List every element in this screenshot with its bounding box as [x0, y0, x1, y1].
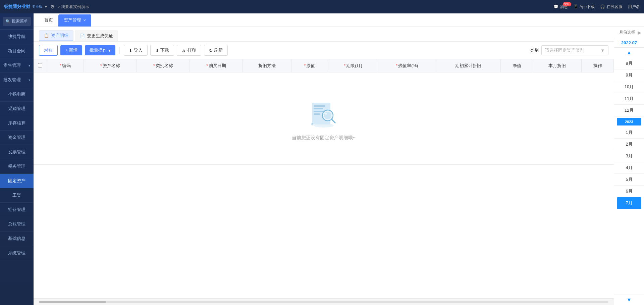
- sidebar-fixed-assets-label: 固定资产: [8, 178, 25, 184]
- month-item-5[interactable]: 5月: [614, 174, 644, 186]
- th-net-value: 净值: [501, 59, 533, 72]
- th-category: *类别名称: [137, 59, 190, 72]
- month-nav-down: ▼: [614, 295, 644, 305]
- sidebar-item-wholesale[interactable]: 批发管理 ▾: [0, 73, 34, 87]
- sidebar-item-quick-nav[interactable]: 快捷导航: [0, 30, 34, 44]
- sidebar-retail-label: 零售管理: [3, 62, 21, 68]
- sidebar-inventory-label: 库存核算: [8, 120, 25, 126]
- tab-assets[interactable]: 资产管理 ✕: [58, 14, 91, 27]
- month-year-display[interactable]: 2022.07: [614, 38, 644, 48]
- year-2023-badge: 2023: [617, 118, 641, 125]
- svg-point-7: [324, 112, 331, 119]
- sidebar-item-inventory[interactable]: 库存核算: [0, 116, 34, 131]
- voucher-gen-icon: 📄: [80, 34, 85, 38]
- month-item-7-current[interactable]: 7月: [617, 197, 641, 209]
- th-name: *资产名称: [84, 59, 137, 72]
- month-item-3[interactable]: 3月: [614, 150, 644, 162]
- month-panel-collapse-button[interactable]: ▶: [638, 30, 641, 35]
- search-menu-button[interactable]: 🔍 搜索菜单: [3, 17, 31, 26]
- tab-close-icon[interactable]: ✕: [83, 18, 86, 22]
- import-button[interactable]: ⬇ 导入: [124, 45, 148, 56]
- th-monthly-depreciation: 本月折旧: [533, 59, 582, 72]
- sidebar-item-operations[interactable]: 经营管理: [0, 203, 34, 217]
- chevron-right-icon-2: ▾: [29, 78, 30, 82]
- download-button[interactable]: ⬇ 下载: [150, 45, 174, 56]
- add-button[interactable]: + 新增: [60, 45, 82, 55]
- sidebar-quick-nav-label: 快捷导航: [8, 34, 25, 40]
- svg-rect-2: [314, 105, 325, 107]
- sidebar-wholesale-label: 批发管理: [3, 77, 21, 83]
- th-accumulated-depreciation: 期初累计折旧: [436, 59, 501, 72]
- refresh-button[interactable]: ↻ 刷新: [204, 45, 228, 56]
- sidebar-item-retail[interactable]: 零售管理 ▾: [0, 58, 34, 73]
- online-service-button[interactable]: 🎧 在线客服: [600, 4, 623, 10]
- category-select[interactable]: 请选择固定资产类别 ▼: [541, 45, 608, 55]
- main-layout: 🔍 搜索菜单 快捷导航 项目合同 零售管理 ▾ 批发管理 ▾ 小畅电商 采购管理…: [0, 13, 644, 305]
- th-operation: 操作: [582, 59, 614, 72]
- month-item-8[interactable]: 8月: [614, 58, 644, 69]
- month-item-2[interactable]: 2月: [614, 139, 644, 150]
- sidebar-item-ecommerce[interactable]: 小畅电商: [0, 87, 34, 102]
- sidebar-finance-label: 资金管理: [8, 135, 25, 141]
- month-item-4[interactable]: 4月: [614, 162, 644, 174]
- print-button[interactable]: 🖨 打印: [177, 45, 201, 56]
- th-checkbox: [34, 59, 47, 72]
- settings-icon[interactable]: ⚙: [50, 4, 55, 9]
- print-icon: 🖨: [182, 48, 186, 53]
- batch-button[interactable]: 批量操作 ▾: [85, 45, 115, 55]
- sidebar-item-system[interactable]: 系统管理: [0, 246, 34, 260]
- month-prev-button[interactable]: ▲: [624, 49, 635, 56]
- sidebar-item-tax[interactable]: 税务管理: [0, 159, 34, 174]
- sidebar-item-basic-info[interactable]: 基础信息: [0, 232, 34, 246]
- demo-link[interactable]: ○ 我要看实例演示: [57, 4, 89, 10]
- th-original-value: *原值: [291, 59, 328, 72]
- month-item-9[interactable]: 9月: [614, 69, 644, 81]
- category-filter: 类别 请选择固定资产类别 ▼: [530, 45, 608, 55]
- horizontal-scrollbar-thumb[interactable]: [39, 301, 106, 303]
- assets-main: 📋 资产明细 📄 变更生成凭证 对账 + 新增: [34, 27, 614, 305]
- th-purchase-date: *购买日期: [190, 59, 243, 72]
- reconcile-button[interactable]: 对账: [39, 45, 58, 56]
- sidebar-item-ledger[interactable]: 总账管理: [0, 217, 34, 232]
- sidebar-item-purchase[interactable]: 采购管理: [0, 102, 34, 116]
- sidebar-item-fixed-assets[interactable]: 固定资产: [0, 174, 34, 188]
- month-item-6[interactable]: 6月: [614, 186, 644, 197]
- user-info[interactable]: 用户名: [628, 4, 640, 10]
- month-item-1[interactable]: 1月: [614, 127, 644, 139]
- refresh-icon: ↻: [209, 48, 213, 53]
- assets-table: *编码 *资产名称 *类别名称 *购买日期 折旧方法 *原值 *期限(月) *残…: [34, 59, 614, 165]
- month-item-11[interactable]: 11月: [614, 93, 644, 105]
- toolbar: 对账 + 新增 批量操作 ▾ ⬇ 导入: [34, 42, 614, 59]
- month-panel-title: 月份选择: [617, 30, 638, 35]
- app-subtitle-text: 专业版: [32, 4, 42, 9]
- top-bar-right: 💬 消息 99+ 📱 App下载 🎧 在线客服 用户名: [553, 4, 640, 10]
- empty-row: 当前您还没有固定资产明细哦~: [34, 72, 614, 165]
- download-icon: ⬇: [155, 48, 159, 53]
- th-period-months: *期限(月): [328, 59, 378, 72]
- toolbar-left: 对账 + 新增 批量操作 ▾ ⬇ 导入: [39, 45, 527, 56]
- sidebar-item-invoice[interactable]: 发票管理: [0, 145, 34, 159]
- tab-home[interactable]: 首页: [39, 14, 58, 27]
- sidebar: 🔍 搜索菜单 快捷导航 项目合同 零售管理 ▾ 批发管理 ▾ 小畅电商 采购管理…: [0, 13, 34, 305]
- sub-tab-asset-detail-label: 资产明细: [51, 33, 68, 39]
- company-dropdown-arrow[interactable]: ▼: [44, 5, 48, 9]
- select-all-checkbox[interactable]: [38, 63, 42, 67]
- app-download-button[interactable]: 📱 App下载: [573, 4, 595, 10]
- message-button[interactable]: 💬 消息 99+: [553, 4, 568, 10]
- sidebar-item-project[interactable]: 项目合同: [0, 44, 34, 58]
- month-next-button[interactable]: ▼: [624, 296, 635, 304]
- month-item-10[interactable]: 10月: [614, 81, 644, 93]
- sidebar-item-finance[interactable]: 资金管理: [0, 131, 34, 145]
- month-panel-header: 月份选择 ▶: [614, 27, 644, 38]
- sidebar-item-salary[interactable]: 工资: [0, 188, 34, 203]
- month-item-12[interactable]: 12月: [614, 105, 644, 116]
- sub-tab-voucher-gen[interactable]: 📄 变更生成凭证: [75, 31, 118, 41]
- bottom-scroll-bar: [34, 298, 614, 305]
- empty-illustration: [304, 96, 344, 130]
- sub-tab-asset-detail[interactable]: 📋 资产明细: [39, 30, 73, 41]
- horizontal-scrollbar-track[interactable]: [39, 301, 608, 303]
- app-logo-text: 畅捷通好业财: [4, 4, 30, 10]
- company-selector[interactable]: 畅捷通好业财 专业版 ▼: [4, 4, 48, 10]
- tab-assets-label: 资产管理: [64, 17, 81, 23]
- content-area: 首页 资产管理 ✕ 📋 资产明细 📄 变更生成凭证: [34, 13, 644, 305]
